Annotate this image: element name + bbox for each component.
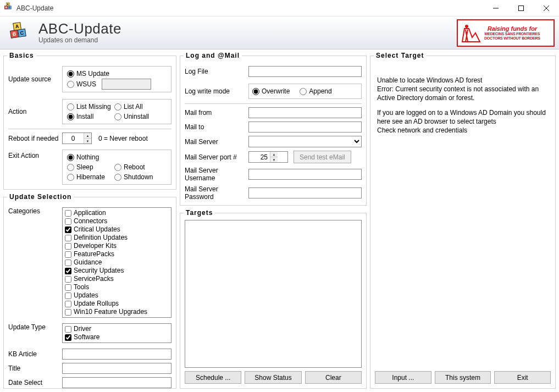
log-mail-group: Log and @Mail Log File Log write mode Ov…	[180, 52, 367, 206]
categories-list[interactable]: ApplicationConnectorsCritical UpdatesDef…	[62, 207, 171, 318]
nothing-radio[interactable]: Nothing	[67, 152, 167, 162]
selection-legend: Update Selection	[7, 193, 74, 201]
mail-from-label: Mail from	[185, 109, 245, 117]
append-radio[interactable]: Append	[300, 86, 331, 96]
mail-pass-label: Mail Server Password	[185, 185, 245, 201]
minimize-button[interactable]	[483, 0, 508, 16]
msf-org2: DOCTORS WITHOUT BORDERS	[484, 36, 540, 41]
log-legend: Log and @Mail	[184, 52, 242, 59]
wsus-radio[interactable]: WSUS	[67, 79, 167, 90]
hibernate-radio[interactable]: Hibernate	[67, 172, 112, 182]
mail-port-label: Mail Server port #	[185, 153, 245, 161]
category-item[interactable]: Application	[65, 209, 169, 217]
select-target-legend: Select Target	[374, 52, 426, 59]
reboot-radio[interactable]: Reboot	[114, 162, 159, 172]
spin-down-icon[interactable]: ▼	[84, 139, 91, 143]
sleep-radio[interactable]: Sleep	[67, 162, 112, 172]
app-title: ABC-Update	[38, 21, 457, 36]
window-title: ABC-Update	[16, 4, 483, 12]
msf-raising: Raising funds for	[484, 25, 540, 32]
overwrite-radio[interactable]: Overwrite	[252, 86, 290, 96]
type-list[interactable]: DriverSoftware	[62, 323, 171, 343]
ms-update-radio[interactable]: MS Update	[67, 69, 167, 79]
category-item[interactable]: Update Rollups	[65, 300, 169, 308]
date-label: Date Select	[8, 379, 59, 387]
update-selection-group: Update Selection Categories ApplicationC…	[3, 193, 176, 389]
category-item[interactable]: Definition Updates	[65, 234, 169, 242]
category-item[interactable]: Critical Updates	[65, 225, 169, 234]
mail-server-select[interactable]	[248, 136, 362, 147]
msf-banner[interactable]: Raising funds for MEDECINS SANS FRONTIER…	[457, 19, 555, 47]
date-input[interactable]	[62, 377, 171, 388]
category-item[interactable]: Developer Kits	[65, 242, 169, 250]
app-subtitle: Updates on demand	[38, 36, 457, 44]
category-item[interactable]: Security Updates	[65, 267, 169, 275]
spin-up-icon[interactable]: ▲	[270, 152, 278, 157]
mail-from-input[interactable]	[248, 107, 362, 118]
category-item[interactable]: FeaturePacks	[65, 250, 169, 258]
list-all-radio[interactable]: List All	[114, 102, 159, 112]
reboot-spinner[interactable]: ▲▼	[62, 132, 92, 144]
shutdown-radio[interactable]: Shutdown	[114, 172, 159, 182]
show-status-button[interactable]: Show Status	[245, 371, 301, 384]
svg-rect-1	[519, 5, 524, 10]
targets-listbox[interactable]	[185, 220, 362, 368]
categories-label: Categories	[8, 207, 59, 215]
title-input[interactable]	[62, 363, 171, 374]
svg-point-4	[465, 25, 468, 28]
mail-user-input[interactable]	[248, 169, 362, 180]
category-item[interactable]: ServicePacks	[65, 275, 169, 283]
type-item[interactable]: Driver	[65, 325, 169, 333]
wsus-input[interactable]	[102, 79, 151, 90]
spin-down-icon[interactable]: ▼	[270, 157, 278, 162]
schedule-button[interactable]: Schedule ...	[185, 371, 241, 384]
update-source-label: Update source	[8, 75, 59, 83]
mail-to-label: Mail to	[185, 123, 245, 131]
basics-group: Basics Update source MS Update WSUS Acti…	[3, 52, 176, 190]
action-label: Action	[8, 108, 59, 115]
category-item[interactable]: Updates	[65, 291, 169, 300]
targets-legend: Targets	[184, 209, 215, 217]
kb-input[interactable]	[62, 349, 171, 360]
mail-server-label: Mail Server	[185, 138, 245, 146]
select-target-message: Unable to locate Windows AD forestError:…	[375, 76, 551, 140]
maximize-button[interactable]	[508, 0, 534, 16]
writemode-label: Log write mode	[185, 87, 245, 95]
mail-port-spinner[interactable]: ▲▼	[248, 151, 288, 163]
app-icon: A BC	[4, 4, 13, 13]
logfile-label: Log File	[185, 68, 245, 75]
install-radio[interactable]: Install	[67, 112, 112, 122]
mail-pass-input[interactable]	[248, 187, 362, 198]
exit-button[interactable]: Exit	[494, 371, 551, 384]
close-button[interactable]	[534, 0, 559, 16]
category-item[interactable]: Tools	[65, 283, 169, 291]
msf-icon	[460, 22, 482, 44]
type-item[interactable]: Software	[65, 333, 169, 341]
title-label: Title	[8, 365, 59, 372]
list-missing-radio[interactable]: List Missing	[67, 102, 112, 112]
titlebar: A BC ABC-Update	[0, 0, 559, 16]
reboot-label: Reboot if needed	[8, 135, 59, 142]
send-test-button[interactable]: Send test eMail	[294, 151, 351, 163]
mail-user-label: Mail Server Username	[185, 167, 245, 182]
uninstall-radio[interactable]: Uninstall	[114, 112, 159, 122]
logfile-input[interactable]	[248, 66, 362, 77]
category-item[interactable]: Win10 Feature Upgrades	[65, 308, 169, 316]
mail-to-input[interactable]	[248, 122, 362, 132]
input-button[interactable]: Input ...	[375, 371, 431, 384]
abc-logo-icon: A BC	[10, 22, 32, 44]
reboot-hint: 0 = Never reboot	[98, 135, 148, 142]
clear-button[interactable]: Clear	[305, 371, 362, 384]
this-system-button[interactable]: This system	[435, 371, 491, 384]
header: A BC ABC-Update Updates on demand Raisin…	[0, 16, 559, 49]
kb-label: KB Article	[8, 350, 59, 358]
select-target-group: Select Target Unable to locate Windows A…	[370, 52, 556, 389]
category-item[interactable]: Guidance	[65, 258, 169, 267]
category-item[interactable]: Connectors	[65, 217, 169, 225]
exit-action-label: Exit Action	[8, 152, 59, 159]
basics-legend: Basics	[7, 52, 36, 59]
spin-up-icon[interactable]: ▲	[84, 133, 91, 139]
msf-org1: MEDECINS SANS FRONTIERES	[484, 32, 540, 36]
targets-group: Targets Schedule ... Show Status Clear	[180, 209, 367, 389]
update-type-label: Update Type	[8, 323, 59, 331]
